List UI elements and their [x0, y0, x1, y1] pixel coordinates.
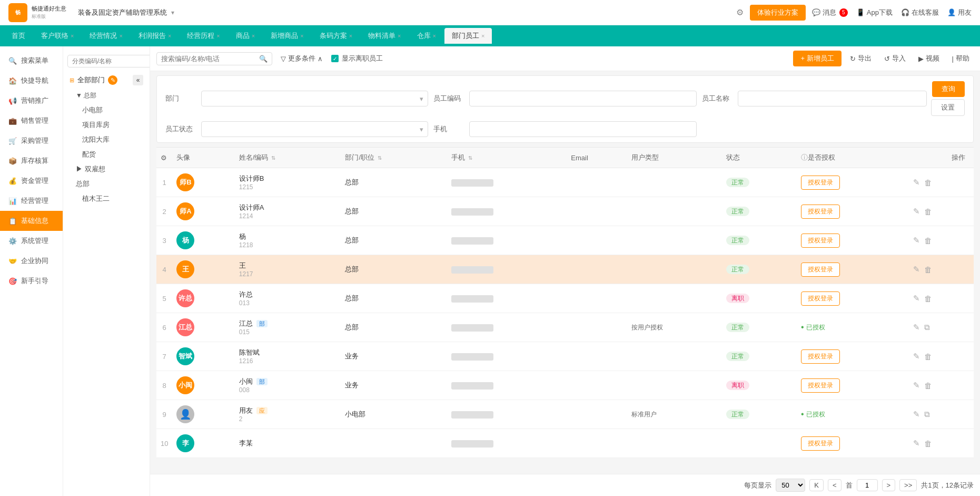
tab-goods[interactable]: 商品 × [229, 28, 262, 44]
delete-icon[interactable]: 🗑 [924, 439, 932, 448]
more-conditions-btn[interactable]: ▽ 更多条件 ∧ [276, 52, 327, 65]
tab-bom[interactable]: 物料清单 × [361, 28, 408, 44]
auth-button[interactable]: 授权登录 [801, 378, 840, 393]
copy-icon[interactable]: ⧉ [924, 410, 930, 419]
close-icon[interactable]: × [433, 33, 436, 39]
next-page-button[interactable]: > [882, 479, 896, 491]
tab-process[interactable]: 经营历程 × [180, 28, 227, 44]
close-icon[interactable]: × [216, 33, 220, 39]
edit-icon[interactable]: ✎ [913, 410, 920, 419]
dept-node-chaomuwang[interactable]: 植木王二 [63, 191, 150, 206]
emp-code-input[interactable] [469, 91, 696, 106]
copy-icon[interactable]: ⧉ [924, 323, 930, 332]
edit-icon[interactable]: ✎ [913, 323, 920, 332]
prev-page-button[interactable]: < [828, 479, 842, 491]
message-action[interactable]: 💬 消息 5 [812, 8, 848, 17]
dept-node-zongbu[interactable]: 总部 [63, 177, 150, 191]
auth-button[interactable]: 授权登录 [801, 349, 840, 364]
dept-collapse-btn[interactable]: ✎ [108, 75, 117, 85]
delete-icon[interactable]: 🗑 [924, 178, 932, 187]
tab-barcode[interactable]: 条码方案 × [312, 28, 360, 44]
th-phone[interactable]: 手机 ⇅ [447, 148, 567, 168]
settings-icon[interactable]: ⚙ [161, 154, 167, 162]
auth-button[interactable]: 授权登录 [801, 262, 840, 277]
sidebar-item-inventory[interactable]: 📦 库存核算 [0, 151, 63, 171]
sidebar-item-purchase[interactable]: 🛒 采购管理 [0, 131, 63, 151]
gear-icon[interactable]: ⚙ [736, 7, 744, 17]
sidebar-item-quick-nav[interactable]: 🏠 快捷导航 [0, 71, 63, 91]
dept-node-shenyang[interactable]: 沈阳大库 [63, 132, 150, 147]
auth-button[interactable]: 授权登录 [801, 436, 840, 451]
dept-node-project[interactable]: 项目库房 [63, 118, 150, 132]
dept-close-btn[interactable]: « [133, 75, 143, 85]
close-icon[interactable]: × [119, 33, 122, 39]
edit-icon[interactable]: ✎ [913, 236, 920, 245]
sidebar-item-guide[interactable]: 🎯 新手引导 [0, 271, 63, 291]
sidebar-item-sales[interactable]: 💼 销售管理 [0, 111, 63, 131]
sidebar-item-operations[interactable]: 📊 经营管理 [0, 191, 63, 211]
close-icon[interactable]: × [168, 33, 171, 39]
close-icon[interactable]: × [349, 33, 352, 39]
delete-icon[interactable]: 🗑 [924, 381, 932, 390]
setting-button[interactable]: 设置 [931, 99, 965, 116]
delete-icon[interactable]: 🗑 [924, 294, 932, 303]
sidebar-item-marketing[interactable]: 📢 营销推广 [0, 91, 63, 111]
delete-icon[interactable]: 🗑 [924, 207, 932, 216]
emp-name-input[interactable] [738, 91, 927, 106]
show-resigned-checkbox[interactable]: ✓ [331, 55, 339, 62]
help-button[interactable]: | 帮助 [948, 52, 974, 65]
close-icon[interactable]: × [252, 33, 255, 39]
dept-search-input[interactable] [67, 55, 150, 67]
th-dept-position[interactable]: 部门/职位 ⇅ [341, 148, 447, 168]
tab-operations[interactable]: 经营情况 × [82, 28, 130, 44]
export-button[interactable]: ↻ 导出 [846, 52, 876, 65]
close-icon[interactable]: × [71, 33, 74, 39]
tab-add-goods[interactable]: 新增商品 × [263, 28, 311, 44]
dept-node-xiao-dian[interactable]: 小电部 [63, 103, 150, 118]
edit-icon[interactable]: ✎ [913, 381, 920, 390]
search-input[interactable] [161, 55, 256, 63]
sidebar-item-basic-info[interactable]: 📋 基础信息 [0, 211, 63, 231]
sidebar-item-finance[interactable]: 💰 资金管理 [0, 171, 63, 191]
search-submit-icon[interactable]: 🔍 [259, 55, 268, 63]
dept-node-shuangmenzi[interactable]: ▶ 双雇想 [63, 162, 150, 177]
th-name-code[interactable]: 姓名/编码 ⇅ [235, 148, 341, 168]
tab-profit[interactable]: 利润报告 × [131, 28, 179, 44]
user-action[interactable]: 👤 用友 [947, 8, 972, 17]
delete-icon[interactable]: 🗑 [924, 352, 932, 361]
delete-icon[interactable]: 🗑 [924, 236, 932, 245]
trial-button[interactable]: 体验行业方案 [750, 5, 806, 21]
import-button[interactable]: ↺ 导入 [880, 52, 910, 65]
sidebar-item-enterprise[interactable]: 🤝 企业协同 [0, 251, 63, 271]
app-download-action[interactable]: 📱 App下载 [856, 8, 893, 17]
tab-home[interactable]: 首页 [4, 28, 33, 44]
dept-node-peihuo[interactable]: 配货 [63, 147, 150, 162]
close-icon[interactable]: × [300, 33, 303, 39]
delete-icon[interactable]: 🗑 [924, 265, 932, 274]
add-employee-button[interactable]: + 新增员工 [793, 51, 841, 66]
edit-icon[interactable]: ✎ [913, 265, 920, 274]
edit-icon[interactable]: ✎ [913, 294, 920, 303]
close-icon[interactable]: × [481, 33, 484, 39]
tab-customer[interactable]: 客户联络 × [34, 28, 81, 44]
first-page-button[interactable]: K [809, 479, 824, 491]
edit-icon[interactable]: ✎ [913, 352, 920, 361]
auth-button[interactable]: 授权登录 [801, 291, 840, 306]
edit-icon[interactable]: ✎ [913, 207, 920, 216]
tab-warehouse[interactable]: 仓库 × [410, 28, 443, 44]
edit-icon[interactable]: ✎ [913, 178, 920, 187]
phone-input[interactable] [469, 121, 696, 137]
dept-select[interactable]: ▾ [201, 91, 428, 106]
auth-button[interactable]: 授权登录 [801, 205, 840, 219]
close-icon[interactable]: × [398, 33, 401, 39]
tab-dept-employee[interactable]: 部门员工 × [444, 28, 492, 44]
page-number-input[interactable] [857, 479, 878, 491]
query-button[interactable]: 查询 [932, 81, 965, 97]
sidebar-item-search[interactable]: 🔍 搜索菜单 [0, 51, 63, 71]
auth-button[interactable]: 授权登录 [801, 234, 840, 248]
sidebar-item-system[interactable]: ⚙️ 系统管理 [0, 231, 63, 251]
auth-button[interactable]: 授权登录 [801, 176, 840, 190]
emp-status-select[interactable]: ▾ [201, 121, 428, 137]
page-size-select[interactable]: 50 10 20 100 [776, 479, 805, 492]
last-page-button[interactable]: >> [899, 479, 917, 491]
